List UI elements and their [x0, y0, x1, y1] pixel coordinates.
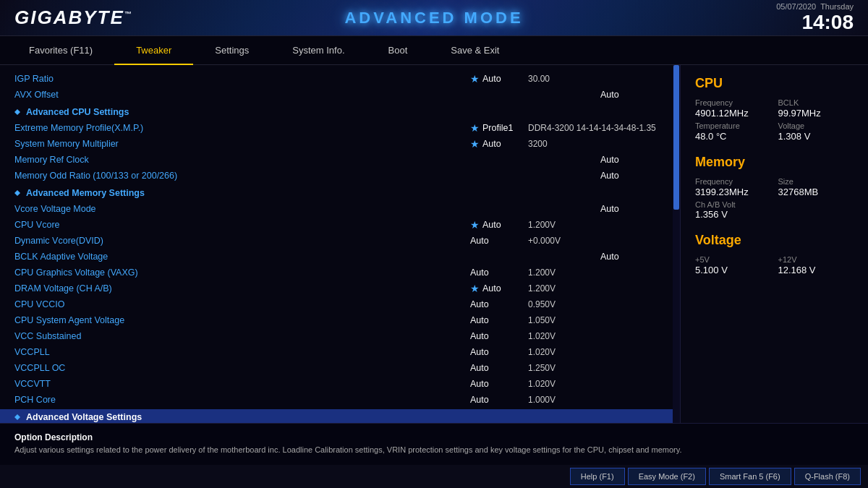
setting-row-9[interactable]: CPU Vcore★Auto1.200V [0, 217, 673, 233]
mem-size-label: Size [778, 177, 854, 186]
setting-name: Dynamic Vcore(DVID) [14, 236, 470, 246]
setting-row-1[interactable]: AVX OffsetAuto [0, 87, 673, 103]
nav-favorites[interactable]: Favorites (F11) [7, 36, 114, 65]
setting-extra: 3200 [528, 139, 658, 149]
setting-value: Auto [470, 331, 528, 341]
setting-row-0[interactable]: IGP Ratio★Auto30.00 [0, 71, 673, 87]
setting-extra: 1.000V [528, 395, 658, 405]
cpu-temp-col: Temperature 48.0 °C [695, 121, 771, 142]
setting-row-20[interactable]: PCH CoreAuto1.000V [0, 392, 673, 408]
setting-row-12[interactable]: CPU Graphics Voltage (VAXG)Auto1.200V [0, 265, 673, 281]
setting-value: Auto [470, 347, 528, 357]
setting-row-17[interactable]: VCCPLLAuto1.020V [0, 344, 673, 360]
section-dot-icon [14, 109, 20, 115]
setting-extra: 1.200V [528, 267, 658, 278]
nav-bar: Favorites (F11) Tweaker Settings System … [0, 36, 868, 65]
smart-fan-button[interactable]: Smart Fan 5 (F6) [709, 468, 791, 485]
setting-row-11[interactable]: BCLK Adaptive VoltageAuto [0, 249, 673, 265]
voltage-section: Voltage +5V 5.100 V +12V 12.168 V [695, 233, 854, 275]
setting-name: Memory Ref Clock [14, 155, 600, 165]
section-header-7[interactable]: Advanced Memory Settings [0, 185, 673, 201]
setting-row-3[interactable]: Extreme Memory Profile(X.M.P.)★Profile1D… [0, 120, 673, 136]
setting-row-14[interactable]: CPU VCCIOAuto0.950V [0, 296, 673, 312]
qflash-button[interactable]: Q-Flash (F8) [794, 468, 861, 485]
mem-freq-label: Frequency [695, 177, 771, 186]
v12-label: +12V [778, 255, 854, 264]
nav-sysinfo[interactable]: System Info. [271, 36, 366, 65]
scroll-thumb[interactable] [673, 65, 679, 210]
setting-name: System Memory Multiplier [14, 139, 470, 149]
setting-extra: 30.00 [528, 74, 658, 84]
v5-value: 5.100 V [695, 265, 771, 275]
cpu-title: CPU [695, 76, 854, 91]
setting-name: DRAM Voltage (CH A/B) [14, 283, 470, 294]
datetime: 05/07/2020 Thursday 14:08 [776, 2, 854, 34]
help-button[interactable]: Help (F1) [570, 468, 625, 485]
nav-tweaker[interactable]: Tweaker [114, 36, 193, 65]
setting-value: ★Auto [470, 219, 528, 231]
setting-value: Auto [470, 315, 528, 325]
setting-row-13[interactable]: DRAM Voltage (CH A/B)★Auto1.200V [0, 281, 673, 296]
setting-name: VCCPLL [14, 347, 470, 357]
setting-row-15[interactable]: CPU System Agent VoltageAuto1.050V [0, 312, 673, 328]
v5-col: +5V 5.100 V [695, 255, 771, 275]
setting-name: IGP Ratio [14, 74, 470, 84]
setting-extra: 0.950V [528, 299, 658, 309]
easy-mode-button[interactable]: Easy Mode (F2) [628, 468, 706, 485]
setting-value: Auto [600, 155, 658, 165]
setting-name: PCH Core [14, 395, 470, 405]
setting-name: BCLK Adaptive Voltage [14, 252, 600, 262]
info-panel: CPU Frequency 4901.12MHz BCLK 99.97MHz T… [680, 65, 868, 423]
logo: GIGABYTE™ [14, 7, 133, 29]
date-display: 05/07/2020 Thursday [776, 2, 854, 11]
setting-value: Auto [470, 379, 528, 389]
setting-extra: 1.200V [528, 283, 658, 294]
voltage-grid: +5V 5.100 V +12V 12.168 V [695, 255, 854, 275]
setting-row-19[interactable]: VCCVTTAuto1.020V [0, 376, 673, 392]
setting-value: Auto [600, 204, 658, 214]
mem-size-col: Size 32768MB [778, 177, 854, 197]
cpu-freq-label: Frequency [695, 98, 771, 107]
main-area: IGP Ratio★Auto30.00AVX OffsetAutoAdvance… [0, 65, 868, 423]
setting-value: Auto [470, 236, 528, 246]
section-dot-icon [14, 190, 20, 196]
mem-ch-row: Ch A/B Volt 1.356 V [695, 200, 854, 220]
setting-name: Extreme Memory Profile(X.M.P.) [14, 123, 470, 133]
setting-extra: +0.000V [528, 236, 658, 246]
nav-save-exit[interactable]: Save & Exit [429, 36, 521, 65]
setting-name: CPU VCCIO [14, 299, 470, 309]
setting-value: Auto [600, 171, 658, 181]
star-icon: ★ [470, 219, 480, 231]
setting-name: Memory Odd Ratio (100/133 or 200/266) [14, 171, 600, 181]
setting-row-4[interactable]: System Memory Multiplier★Auto3200 [0, 136, 673, 152]
header-title: ADVANCED MODE [344, 9, 523, 27]
cpu-freq-col: Frequency 4901.12MHz [695, 98, 771, 119]
scrollbar[interactable] [673, 65, 680, 423]
setting-row-10[interactable]: Dynamic Vcore(DVID)Auto+0.000V [0, 233, 673, 249]
mem-ch-value: 1.356 V [695, 209, 854, 220]
nav-settings[interactable]: Settings [193, 36, 271, 65]
setting-extra: DDR4-3200 14-14-14-34-48-1.35 [528, 123, 658, 133]
setting-extra: 1.200V [528, 220, 658, 230]
v5-label: +5V [695, 255, 771, 264]
star-icon: ★ [470, 283, 480, 294]
cpu-volt-col: Voltage 1.308 V [778, 121, 854, 142]
setting-row-16[interactable]: VCC SubstainedAuto1.020V [0, 328, 673, 344]
voltage-title: Voltage [695, 233, 854, 248]
cpu-volt-value: 1.308 V [778, 131, 854, 142]
setting-row-5[interactable]: Memory Ref ClockAuto [0, 152, 673, 168]
setting-value: Auto [470, 363, 528, 373]
section-header-21[interactable]: Advanced Voltage Settings [0, 409, 673, 423]
settings-panel[interactable]: IGP Ratio★Auto30.00AVX OffsetAutoAdvance… [0, 65, 673, 423]
setting-extra: 1.020V [528, 379, 658, 389]
nav-boot[interactable]: Boot [367, 36, 430, 65]
setting-row-18[interactable]: VCCPLL OCAuto1.250V [0, 360, 673, 376]
setting-row-8[interactable]: Vcore Voltage ModeAuto [0, 201, 673, 217]
header: GIGABYTE™ ADVANCED MODE 05/07/2020 Thurs… [0, 0, 868, 36]
setting-name: Vcore Voltage Mode [14, 204, 600, 214]
cpu-volt-label: Voltage [778, 121, 854, 130]
setting-name: VCC Substained [14, 331, 470, 341]
setting-row-6[interactable]: Memory Odd Ratio (100/133 or 200/266)Aut… [0, 168, 673, 184]
setting-name: CPU Graphics Voltage (VAXG) [14, 267, 470, 278]
section-header-2[interactable]: Advanced CPU Settings [0, 104, 673, 120]
